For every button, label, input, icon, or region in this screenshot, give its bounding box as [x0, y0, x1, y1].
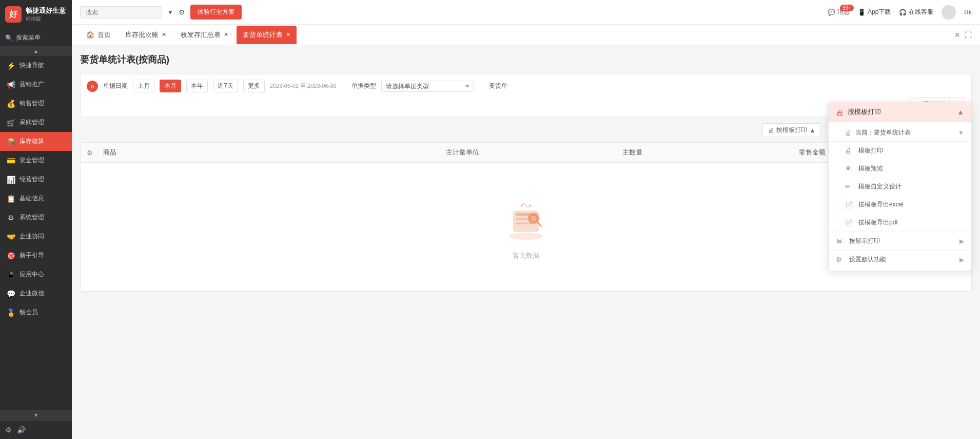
sidebar-item-system[interactable]: ⚙ 系统管理 [0, 208, 72, 227]
expand-window-btn[interactable]: ⛶ [965, 31, 972, 39]
doc-type-select[interactable]: 请选择单据类型 [381, 81, 474, 92]
doc-type-select-wrap: 请选择单据类型 ▼ [381, 81, 474, 92]
svg-point-0 [509, 233, 543, 240]
dropdown-item-template-preview[interactable]: 👁 模板预览 [829, 160, 971, 178]
messages-badge: 99+ [840, 5, 854, 11]
tab-receipt-summary[interactable]: 收发存汇总表 ✕ [174, 26, 234, 44]
dropdown-default-func[interactable]: ⚙ 设置默认功能 ▶ [829, 250, 971, 269]
tab-order-stats[interactable]: 要货单统计表 ✕ [237, 26, 297, 44]
tab-order-stats-label: 要货单统计表 [243, 30, 283, 40]
dropdown-item-template-excel[interactable]: 📄 按模板导出excel [829, 196, 971, 214]
trial-button[interactable]: 体验行业方案 [190, 5, 242, 20]
app-logo-text: 畅捷通好生意 标准版 [26, 6, 66, 23]
current-template-label: 当前：要货单统计表 [855, 128, 958, 137]
dropdown-collapse-btn[interactable]: ▲ [957, 108, 964, 116]
sidebar-scroll-down[interactable]: ▼ [0, 410, 72, 420]
avatar[interactable] [942, 5, 956, 20]
basic-icon: 📋 [6, 195, 15, 203]
sidebar-volume-btn[interactable]: 🔊 [17, 426, 26, 434]
date-range-label: 2023-06-01 至 2023-06-30 [270, 82, 337, 90]
topbar-right: 💬 消息 99+ 📱 App下载 🎧 在线客服 Rit [828, 5, 972, 20]
topbar-dropdown-btn[interactable]: ▼ [167, 9, 173, 16]
search-icon: 🔍 [5, 34, 13, 42]
dropdown-item-template-print[interactable]: 🖨 模板打印 [829, 142, 971, 160]
date-btn-last-month[interactable]: 上月 [133, 80, 154, 92]
sidebar-item-appstore[interactable]: 📱 应用中心 [0, 265, 72, 284]
date-btn-last-7-days[interactable]: 近7天 [213, 80, 238, 92]
sidebar-item-label: 销售管理 [19, 99, 44, 108]
sidebar-item-member[interactable]: 🏅 畅会员 [0, 303, 72, 322]
dropdown-display-print[interactable]: 🖥 按显示打印 ▶ [829, 232, 971, 250]
marketing-icon: 📢 [6, 81, 15, 89]
tab-home-label: 首页 [97, 30, 111, 40]
purchase-icon: 🛒 [6, 119, 15, 127]
tab-inventory-batch[interactable]: 库存批次账 ✕ [119, 26, 172, 44]
tab-close-inventory-batch[interactable]: ✕ [162, 31, 166, 38]
page-title: 要货单统计表(按商品) [80, 53, 972, 66]
member-icon: 🏅 [6, 309, 15, 317]
template-excel-label: 按模板导出excel [858, 200, 904, 209]
topbar: ▼ ⚙ 体验行业方案 💬 消息 99+ 📱 App下载 🎧 在线客服 Rit [72, 0, 980, 25]
sidebar-item-marketing[interactable]: 📢 营销推广 [0, 75, 72, 94]
tabbar: 🏠 首页 库存批次账 ✕ 收发存汇总表 ✕ 要货单统计表 ✕ ✕ ⛶ [72, 25, 980, 45]
template-preview-icon: 👁 [845, 165, 853, 173]
template-excel-icon: 📄 [845, 201, 853, 208]
appstore-icon: 📱 [6, 271, 15, 279]
sidebar-item-label: 基础信息 [19, 194, 44, 203]
sidebar-item-guide[interactable]: 🎯 新手引导 [0, 246, 72, 265]
sidebar-item-label: 新手引导 [19, 251, 44, 260]
sidebar-settings-btn[interactable]: ⚙ [5, 426, 12, 434]
date-btn-this-month[interactable]: 本月 [160, 80, 181, 92]
sidebar-scroll-up[interactable]: ▲ [0, 46, 72, 56]
sidebar-item-inventory[interactable]: 📦 库存核算 [0, 132, 72, 151]
tab-receipt-summary-label: 收发存汇总表 [181, 30, 221, 40]
empty-illustration [500, 194, 552, 245]
search-input[interactable] [80, 6, 162, 18]
dropdown-item-template-design[interactable]: ✏ 模板自定义设计 [829, 178, 971, 196]
sidebar-item-label: 营销推广 [19, 80, 44, 89]
date-btn-more[interactable]: 更多 [243, 80, 265, 92]
tab-close-receipt-summary[interactable]: ✕ [224, 31, 228, 38]
sidebar-item-collab[interactable]: 🤝 企业协同 [0, 227, 72, 246]
sidebar-item-finance[interactable]: 💳 资金管理 [0, 151, 72, 170]
template-print-label: 模板打印 [858, 146, 883, 155]
filter-expand-button[interactable]: » [87, 81, 98, 92]
close-window-btn[interactable]: ✕ [954, 31, 961, 39]
app-download-label: App下载 [868, 8, 891, 16]
template-design-label: 模板自定义设计 [858, 182, 901, 191]
current-arrow-icon: ▼ [958, 129, 964, 137]
sales-icon: 💰 [6, 100, 15, 108]
dropdown-title-label: 按模板打印 [848, 107, 881, 117]
sidebar: 好 畅捷通好生意 标准版 🔍 搜索菜单 ▲ ⚡ 快捷导航 📢 营销推广 💰 销售… [0, 0, 72, 439]
tab-inventory-batch-label: 库存批次账 [125, 30, 159, 40]
inventory-icon: 📦 [6, 138, 15, 146]
dropdown-section: 🖨 当前：要货单统计表 ▼ 🖨 模板打印 👁 模板预览 ✏ 模板自定义设计 [829, 122, 971, 271]
dropdown-current-item[interactable]: 🖨 当前：要货单统计表 ▼ [829, 124, 971, 142]
svg-point-9 [529, 204, 532, 207]
sidebar-item-operation[interactable]: 📊 经营管理 [0, 170, 72, 189]
print-button[interactable]: 🖨 按模板打印 ▲ [762, 123, 821, 137]
dropdown-item-template-pdf[interactable]: 📄 按模板导出pdf [829, 214, 971, 232]
sidebar-item-label: 畅会员 [19, 308, 38, 317]
table-settings-icon[interactable]: ⚙ [87, 149, 93, 157]
app-download-button[interactable]: 📱 App下载 [858, 8, 891, 16]
guide-icon: 🎯 [6, 252, 15, 260]
topbar-gear-icon[interactable]: ⚙ [179, 8, 185, 16]
app-edition: 标准版 [26, 15, 66, 23]
tab-home[interactable]: 🏠 首页 [80, 26, 117, 44]
sidebar-item-basic[interactable]: 📋 基础信息 [0, 189, 72, 208]
sidebar-item-weixin[interactable]: 💬 企业微信 [0, 284, 72, 303]
sidebar-search[interactable]: 🔍 搜索菜单 [0, 29, 72, 46]
sidebar-item-sales[interactable]: 💰 销售管理 [0, 94, 72, 113]
sidebar-item-label: 资金管理 [19, 156, 44, 165]
date-btn-this-year[interactable]: 本年 [186, 80, 208, 92]
finance-icon: 💳 [6, 157, 15, 165]
sidebar-item-purchase[interactable]: 🛒 采购管理 [0, 113, 72, 132]
current-template-icon: 🖨 [845, 129, 851, 137]
service-button[interactable]: 🎧 在线客服 [899, 8, 933, 16]
dropdown-header: 🖨 按模板打印 ▲ [829, 102, 971, 122]
sidebar-item-shortcut[interactable]: ⚡ 快捷导航 [0, 56, 72, 75]
tab-close-order-stats[interactable]: ✕ [286, 31, 290, 38]
messages-button[interactable]: 💬 消息 99+ [828, 8, 850, 16]
print-menu-icon: 🖨 [836, 108, 844, 117]
